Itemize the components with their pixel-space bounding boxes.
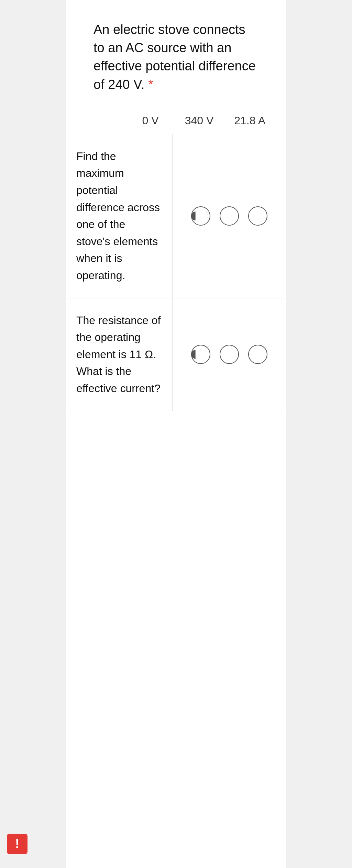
row2-options [173, 338, 286, 371]
row2-option-2[interactable] [248, 345, 267, 364]
row1-option-0[interactable] [191, 206, 210, 226]
row1-options [173, 199, 286, 232]
table-row: Find the maximum potential difference ac… [66, 134, 286, 298]
row1-question: Find the maximum potential difference ac… [66, 134, 173, 298]
row1-option-2[interactable] [248, 206, 267, 226]
question-table: Find the maximum potential difference ac… [66, 134, 286, 411]
table-row: The resistance of the operating element … [66, 298, 286, 411]
row2-option-0[interactable] [191, 345, 210, 364]
row2-option-1[interactable] [220, 345, 239, 364]
row2-question: The resistance of the operating element … [66, 298, 173, 411]
option-header-0: 0 V [137, 114, 164, 127]
question-text: An electric stove connects to an AC sour… [94, 22, 256, 92]
required-star: * [148, 77, 153, 92]
question-header: An electric stove connects to an AC sour… [66, 0, 286, 107]
page-container: An electric stove connects to an AC sour… [66, 0, 286, 868]
options-header-row: 0 V 340 V 21.8 A [66, 107, 286, 134]
row1-option-1[interactable] [220, 206, 239, 226]
option-header-1: 340 V [185, 114, 214, 127]
option-header-2: 21.8 A [234, 114, 265, 127]
